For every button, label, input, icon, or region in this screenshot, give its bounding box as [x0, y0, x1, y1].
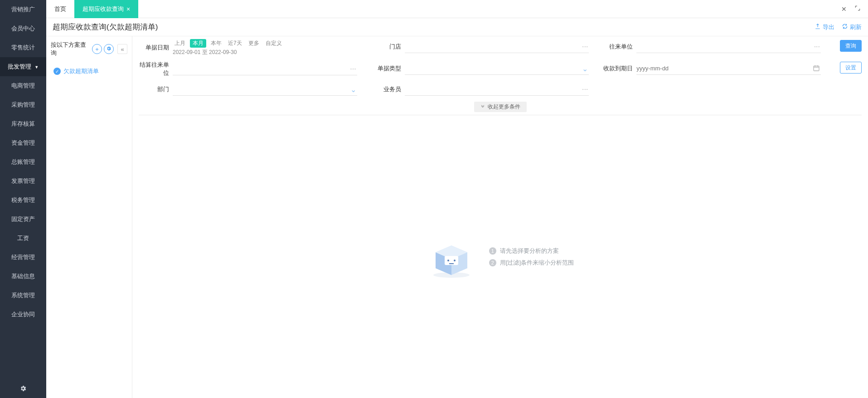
filter-label: 门店 [371, 43, 405, 51]
filter-salesman: 业务员 ··· [371, 82, 589, 97]
filter-bill-date: 单据日期 上月 本月 本年 近7天 更多 自定义 2022-09-01 至 [139, 39, 357, 56]
svg-point-7 [454, 260, 456, 261]
sidebar-item-enterprise[interactable]: 企业协同 [0, 305, 46, 324]
sidebar-item-system[interactable]: 系统管理 [0, 286, 46, 305]
scheme-item-label: 欠款超期清单 [63, 67, 99, 75]
page-title: 超期应收款查询(欠款超期清单) [53, 22, 158, 32]
chevron-left-icon: « [121, 46, 124, 53]
ellipsis-icon[interactable]: ··· [582, 43, 588, 51]
range-last-7-days[interactable]: 近7天 [226, 39, 244, 48]
filter-partner: 往来单位 ··· [602, 39, 821, 54]
svg-point-6 [447, 260, 449, 261]
plus-icon: + [95, 46, 99, 53]
ellipsis-icon[interactable]: ··· [582, 85, 588, 93]
close-icon: ✕ [841, 5, 847, 13]
filter-panel: 单据日期 上月 本月 本年 近7天 更多 自定义 2022-09-01 至 [132, 36, 868, 398]
expand-icon [854, 5, 861, 13]
salesman-input[interactable] [405, 83, 589, 96]
scheme-settings-button[interactable] [104, 44, 114, 54]
filter-label: 部门 [139, 85, 173, 93]
store-input[interactable] [405, 40, 589, 53]
filter-label: 单据类型 [371, 64, 405, 73]
chevron-up-icon [480, 104, 485, 110]
sidebar-item-invoice[interactable]: 发票管理 [0, 172, 46, 191]
main-area: 首页 超期应收款查询 × ✕ 超期应收款查询(欠款超期清单) 导出 [46, 0, 868, 398]
chevron-down-icon[interactable]: ⌄ [350, 85, 356, 94]
empty-illustration-icon [427, 234, 476, 280]
query-button[interactable]: 查询 [840, 40, 862, 52]
refresh-button[interactable]: 刷新 [842, 23, 862, 31]
ellipsis-icon[interactable]: ··· [814, 43, 820, 51]
range-more[interactable]: 更多 [247, 39, 261, 48]
empty-step-1-text: 请先选择要分析的方案 [500, 245, 559, 257]
filter-label: 单据日期 [139, 44, 173, 52]
sidebar-item-ecommerce[interactable]: 电商管理 [0, 76, 46, 95]
sidebar: 营销推广 会员中心 零售统计 批发管理 ▼ 电商管理 采购管理 库存核算 资金管… [0, 0, 46, 398]
tab-label: 超期应收款查询 [82, 0, 124, 18]
sidebar-item-inventory[interactable]: 库存核算 [0, 114, 46, 133]
filter-label: 往来单位 [602, 43, 636, 51]
filter-label: 结算往来单位 [139, 61, 173, 77]
close-icon[interactable]: × [126, 6, 130, 12]
chevron-down-icon[interactable]: ⌄ [582, 64, 588, 73]
sidebar-item-label: 批发管理 [8, 63, 31, 70]
sidebar-item-basic-info[interactable]: 基础信息 [0, 267, 46, 286]
sidebar-item-wholesale[interactable]: 批发管理 ▼ [0, 57, 46, 76]
caret-down-icon: ▼ [34, 65, 39, 69]
sidebar-item-salary[interactable]: 工资 [0, 229, 46, 248]
range-this-year[interactable]: 本年 [209, 39, 223, 48]
calendar-icon[interactable] [813, 64, 820, 74]
filter-label: 业务员 [371, 85, 405, 93]
filter-store: 门店 ··· [371, 39, 589, 54]
scheme-title: 按以下方案查询 [51, 41, 90, 57]
settings-button[interactable]: 设置 [840, 62, 862, 74]
sidebar-item-funds[interactable]: 资金管理 [0, 133, 46, 152]
settle-partner-input[interactable] [173, 63, 357, 75]
sidebar-item-operation[interactable]: 经营管理 [0, 248, 46, 267]
sidebar-item-retail-stats[interactable]: 零售统计 [0, 38, 46, 57]
sidebar-item-ledger[interactable]: 总账管理 [0, 152, 46, 172]
svg-rect-0 [814, 66, 819, 71]
step-badge-2: 2 [489, 259, 496, 266]
range-last-month[interactable]: 上月 [173, 39, 187, 48]
due-date-input[interactable] [636, 62, 821, 75]
empty-step-2-text: 用[过滤]条件来缩小分析范围 [500, 257, 574, 269]
collapse-label: 收起更多条件 [488, 103, 520, 111]
fullscreen-button[interactable] [851, 5, 864, 13]
add-scheme-button[interactable]: + [92, 44, 102, 54]
filter-due-date: 收款到期日 [602, 61, 821, 76]
content-area: 按以下方案查询 + « 欠款超期清单 [46, 36, 868, 398]
partner-input[interactable] [636, 40, 821, 53]
filter-dept: 部门 ⌄ [139, 82, 357, 97]
range-this-month[interactable]: 本月 [190, 39, 206, 48]
gear-icon [19, 387, 27, 393]
range-custom[interactable]: 自定义 [264, 39, 284, 48]
tab-home[interactable]: 首页 [46, 0, 74, 18]
date-range-text: 2022-09-01 至 2022-09-30 [173, 48, 284, 56]
scheme-panel: 按以下方案查询 + « 欠款超期清单 [46, 36, 132, 398]
tabs-bar: 首页 超期应收款查询 × ✕ [46, 0, 868, 18]
filter-label: 收款到期日 [602, 64, 636, 73]
collapse-conditions-button[interactable]: 收起更多条件 [474, 102, 527, 112]
sidebar-item-fixed-assets[interactable]: 固定资产 [0, 210, 46, 229]
collapse-scheme-button[interactable]: « [117, 44, 127, 54]
export-button[interactable]: 导出 [815, 23, 834, 31]
sidebar-item-purchase[interactable]: 采购管理 [0, 95, 46, 114]
scheme-item-overdue[interactable]: 欠款超期清单 [51, 64, 127, 78]
tab-overdue-query[interactable]: 超期应收款查询 × [74, 0, 138, 18]
close-all-tabs-button[interactable]: ✕ [837, 5, 851, 13]
date-range-options: 上月 本月 本年 近7天 更多 自定义 [173, 39, 284, 48]
export-icon [815, 23, 821, 31]
sidebar-item-member[interactable]: 会员中心 [0, 19, 46, 38]
refresh-icon [842, 23, 848, 31]
empty-state: 1 请先选择要分析的方案 2 用[过滤]条件来缩小分析范围 [139, 115, 862, 398]
sidebar-item-marketing[interactable]: 营销推广 [0, 0, 46, 19]
dept-select[interactable] [173, 83, 357, 96]
bill-type-select[interactable] [405, 62, 589, 75]
filter-bill-type: 单据类型 ⌄ [371, 61, 589, 76]
ellipsis-icon[interactable]: ··· [350, 65, 356, 73]
settings-gear-button[interactable] [0, 380, 46, 398]
page-header: 超期应收款查询(欠款超期清单) 导出 刷新 [46, 18, 868, 36]
sidebar-item-tax[interactable]: 税务管理 [0, 191, 46, 210]
gear-icon [106, 46, 112, 53]
